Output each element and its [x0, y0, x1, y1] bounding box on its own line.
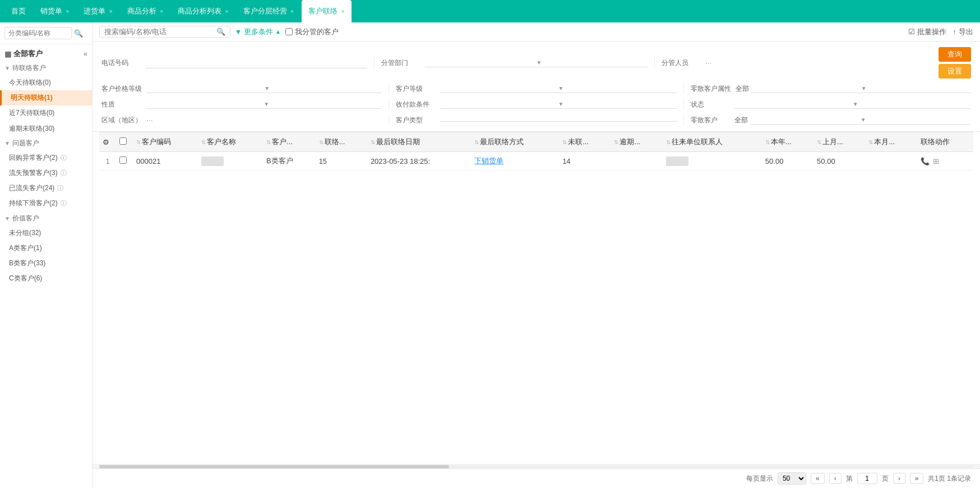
last-page-button[interactable]: »	[910, 473, 924, 484]
close-tab-icon[interactable]: ×	[225, 8, 228, 15]
export-label: 导出	[959, 27, 973, 37]
customer-level-label: 客户价格等级	[101, 84, 142, 94]
sidebar-item[interactable]: 持续下滑客户(2) ⓘ	[0, 196, 92, 211]
customer-level-select[interactable]: ▼	[146, 84, 382, 93]
sidebar-item[interactable]: 流失预警客户(3) ⓘ	[0, 165, 92, 181]
grid-action-icon[interactable]: ⊞	[933, 157, 939, 165]
scrollbar-thumb[interactable]	[99, 465, 449, 468]
retail-attr-label: 零散客户属性	[691, 84, 731, 94]
retail-customer-select[interactable]: ▼	[750, 116, 971, 125]
customer-type-col-header[interactable]: ⇅客户...	[263, 132, 316, 152]
status-field: 状态 ▼	[691, 100, 971, 109]
phone-action-icon[interactable]: 📞	[921, 157, 930, 165]
nav-item-首页[interactable]: 首页	[4, 0, 33, 22]
first-page-button[interactable]: «	[811, 473, 825, 484]
code-col-header[interactable]: ⇅客户编码	[133, 132, 198, 152]
my-customers-checkbox[interactable]	[285, 28, 293, 35]
sort-icon: ⇅	[817, 139, 821, 145]
horizontal-scrollbar[interactable]	[93, 464, 980, 468]
next-page-button[interactable]: ›	[893, 473, 905, 484]
name-col-header[interactable]: ⇅客户名称	[198, 132, 263, 152]
page-number-input[interactable]	[857, 473, 877, 484]
close-tab-icon[interactable]: ×	[66, 8, 69, 15]
toolbar-search-icon[interactable]: 🔍	[216, 27, 225, 36]
pagination-bar: 每页显示 50 100 200 « ‹ 第 页 › » 共1页 1条记录	[93, 468, 980, 488]
page-label: 第	[846, 474, 853, 484]
sidebar-item[interactable]: 明天待联络(1)	[0, 90, 92, 105]
batch-op-button[interactable]: ☑ 批量操作	[908, 27, 946, 37]
last-contact-date: 2023-05-23 18:25:	[371, 157, 430, 165]
sidebar-item[interactable]: 今天待联络(0)	[0, 75, 92, 90]
customer-type-select[interactable]	[440, 119, 676, 122]
sidebar-group-价值客户[interactable]: 价值客户	[0, 211, 92, 225]
more-filter-label: 更多条件	[244, 27, 273, 37]
export-button[interactable]: ↑ 导出	[953, 27, 974, 37]
divider-3	[389, 83, 389, 94]
sidebar-group-待联络客户[interactable]: 待联络客户	[0, 61, 92, 75]
sidebar-item[interactable]: B类客户(33)	[0, 256, 92, 271]
sidebar-search-icon[interactable]: 🔍	[74, 29, 83, 38]
nav-item-销货单[interactable]: 销货单×	[34, 0, 76, 22]
last-contact-method-col-header[interactable]: ⇅最后联络方式	[471, 132, 559, 152]
nav-item-客户分层经营[interactable]: 客户分层经营×	[237, 0, 301, 22]
table-header: ⚙ ⇅客户编码 ⇅客户名称 ⇅客户...	[99, 132, 973, 152]
this-month-col-header[interactable]: ⇅本月...	[865, 132, 917, 152]
query-button[interactable]: 查询	[939, 47, 971, 62]
dept-select[interactable]: ▼	[425, 58, 647, 67]
more-filter-button[interactable]: ▼ 更多条件 ▲	[235, 27, 281, 37]
retail-attr-select[interactable]: ▼	[751, 84, 971, 93]
overdue-col-header[interactable]: ⇅逾期...	[611, 132, 662, 152]
customer-grade-select[interactable]: ▼	[440, 84, 676, 93]
uncontacted-col-header[interactable]: ⇅未联...	[559, 132, 611, 152]
last-contact-method[interactable]: 下销货单	[474, 156, 503, 165]
nav-item-商品分析列表[interactable]: 商品分析列表×	[171, 0, 235, 22]
my-customers-checkbox-label[interactable]: 我分管的客户	[285, 27, 339, 37]
search-input[interactable]	[104, 27, 216, 36]
manager-dots-icon[interactable]: ···	[705, 58, 712, 67]
sidebar-item[interactable]: 近7天待联络(0)	[0, 105, 92, 121]
this-month-cell	[865, 152, 917, 171]
nav-item-进货单[interactable]: 进货单×	[77, 0, 119, 22]
gender-field: 性质 ▼	[101, 100, 382, 109]
status-select[interactable]: ▼	[734, 100, 971, 109]
collapse-icon[interactable]: «	[84, 50, 87, 58]
region-dots-icon[interactable]: ···	[146, 116, 153, 125]
nav-item-客户联络[interactable]: 客户联络×	[302, 0, 351, 22]
sidebar-item[interactable]: C类客户(6)	[0, 271, 92, 286]
close-tab-icon[interactable]: ×	[341, 8, 344, 15]
retail-customer-caret-icon: ▼	[861, 117, 969, 123]
sort-icon: ⇅	[562, 139, 567, 145]
sidebar-search-input[interactable]	[4, 27, 72, 39]
reset-button[interactable]: 设置	[939, 64, 971, 79]
payment-select[interactable]: ▼	[440, 100, 676, 109]
contact-count-cell: 15	[316, 152, 367, 171]
this-year-col-header[interactable]: ⇅本年...	[762, 132, 813, 152]
row-checkbox-cell	[116, 152, 133, 171]
sidebar-item[interactable]: 逾期未联络(30)	[0, 121, 92, 136]
sidebar-item[interactable]: 未分组(32)	[0, 225, 92, 241]
nav-item-商品分析[interactable]: 商品分析×	[121, 0, 170, 22]
contact-person-col-header[interactable]: ⇅往来单位联系人	[663, 132, 762, 152]
per-page-select[interactable]: 50 100 200	[778, 472, 806, 485]
select-all-checkbox[interactable]	[119, 137, 127, 145]
last-contact-date-col-header[interactable]: ⇅最后联络日期	[367, 132, 471, 152]
prev-page-button[interactable]: ‹	[829, 473, 842, 484]
sidebar-item[interactable]: 已流失客户(24) ⓘ	[0, 181, 92, 196]
gender-select[interactable]: ▼	[145, 100, 382, 109]
close-tab-icon[interactable]: ×	[160, 8, 163, 15]
close-tab-icon[interactable]: ×	[109, 8, 112, 15]
settings-col-header[interactable]: ⚙	[99, 132, 116, 152]
last-month-col-header[interactable]: ⇅上月...	[813, 132, 865, 152]
toolbar: 🔍 ▼ 更多条件 ▲ 我分管的客户 ☑ 批量操作 ↑ 导出	[93, 22, 980, 42]
sidebar-item[interactable]: 回购异常客户(2) ⓘ	[0, 150, 92, 165]
row-checkbox[interactable]	[119, 156, 127, 164]
uncontacted-value: 14	[562, 157, 570, 165]
sidebar-item[interactable]: A类客户(1)	[0, 241, 92, 256]
phone-input[interactable]	[145, 58, 367, 68]
customer-grade-label: 客户等级	[396, 84, 435, 94]
sidebar-group-问题客户[interactable]: 问题客户	[0, 136, 92, 150]
contact-col-header[interactable]: ⇅联络...	[316, 132, 367, 152]
close-tab-icon[interactable]: ×	[290, 8, 294, 15]
customer-code-cell: 000021	[133, 152, 198, 171]
last-month-cell: 50.00	[813, 152, 865, 171]
